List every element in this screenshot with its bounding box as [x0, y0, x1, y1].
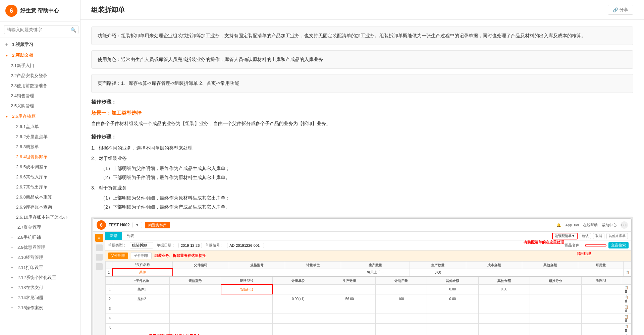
sidebar-item-install[interactable]: 2.2产品安装及登录: [0, 71, 80, 81]
expand-icon-5: +: [11, 245, 15, 250]
mock-type-input[interactable]: 组装拆卸: [130, 242, 153, 248]
mock-nav-dropdown: ▼: [132, 222, 142, 228]
mock-tab-new[interactable]: 新增: [105, 232, 122, 240]
collapse-icon: ●: [5, 53, 10, 58]
mock-form-right: 货品名称： 立案搜索: [565, 242, 629, 248]
sidebar-item-cases[interactable]: + 2.15操作案例: [0, 303, 80, 313]
expand-icon-9: +: [11, 285, 15, 290]
mock-goods-input[interactable]: [585, 244, 606, 246]
mock-date-input[interactable]: 2019-12-26: [178, 243, 202, 248]
mock-action-save[interactable]: 其他来库单: [606, 233, 628, 239]
mock-new-btn[interactable]: 闲置资料库: [145, 222, 170, 228]
fixed-list-btn[interactable]: 选装配清单▼: [552, 233, 578, 239]
logo-area: 6 好生意 帮助中心: [0, 0, 80, 22]
annotation-4-label: 无固定清单可以随意在这里录入: [149, 334, 201, 335]
expand-icon-3: +: [11, 225, 15, 230]
annotation-1-label: 有装配清单的在这里处理: [524, 240, 564, 245]
collapse-icon-2: ●: [5, 114, 10, 119]
operation-steps-heading: 操作步骤：: [91, 99, 633, 105]
mock-action-cancel[interactable]: 取消: [593, 233, 604, 239]
logo-text: 好生意 帮助中心: [20, 7, 59, 14]
sidebar-item-cost-calc[interactable]: 2.6.8商品成本重算: [0, 192, 80, 202]
nav-section: + 1.视频学习 ● 2.帮助文档 2.1新手入门 2.2产品安装及登录 2.3…: [0, 38, 80, 314]
mock-action-confirm[interactable]: 确认: [580, 233, 591, 239]
step2-sub1: （1）上部明细为父件明细，最终作为产成品生成其它入库单；: [101, 164, 633, 173]
mock-table-top: *父件名称 父件编码 规格型号 计量单位 生产数量 生产数量 成本金额 其他金额: [105, 261, 631, 277]
mock-assembly-btn[interactable]: 父件明细: [108, 253, 128, 259]
sidebar-item-stocktake[interactable]: 2.6.1盘点单: [0, 122, 80, 132]
sidebar-item-docs[interactable]: ● 2.帮助文档: [0, 50, 80, 61]
share-icon: 🔗: [613, 7, 618, 12]
main-content: 功能介绍：组装拆卸单用来处理企业组装或拆卸等加工业务，支持有固定装配清单的产品加…: [80, 20, 644, 335]
sidebar-item-inventory[interactable]: ● 2.6库存核算: [0, 111, 80, 122]
sidebar-item-sales[interactable]: 2.4销售管理: [0, 91, 80, 101]
mock-doc-no: TEST-H002: [109, 223, 130, 227]
mock-main-content: 新增 列表 选装配清单▼ 确认 取消 其他来库单: [105, 232, 631, 335]
sidebar: 6 好生意 帮助中心 🔍 + 1.视频学习 ● 2.帮助文档 2.1新手入门 2…: [0, 0, 80, 335]
scene-one-desc: 当由多个子件材料组装成一个成品的业务为【组装】业务，当由一个父件拆分成多个子产品…: [91, 119, 633, 128]
search-box[interactable]: 🔍: [0, 22, 80, 38]
sidebar-item-account-err[interactable]: 2.6.10库存账本错了怎么办: [0, 212, 80, 222]
sidebar-item-assembly[interactable]: 2.6.4组装拆卸单: [0, 152, 80, 162]
sidebar-item-other-out[interactable]: 2.6.7其他出库单: [0, 182, 80, 192]
sidebar-item-new[interactable]: 2.1新手入门: [0, 61, 80, 71]
sidebar-item-cost[interactable]: 2.6.5成本调整单: [0, 162, 80, 172]
annotation-1-container: 选装配清单▼: [552, 233, 578, 239]
sidebar-item-videos[interactable]: + 1.视频学习: [0, 39, 80, 50]
expand-icon-4: +: [11, 235, 15, 240]
sidebar-item-print[interactable]: + 2.11打印设置: [0, 263, 80, 273]
expand-icon-6: +: [11, 255, 15, 260]
search-icon[interactable]: 🔍: [70, 27, 76, 33]
expand-icon-8: +: [11, 275, 15, 280]
expand-icon: +: [5, 42, 10, 47]
role-block: 使用角色：通常由生产人员或库管人员完成拆装业务的操作，库管人员确认原材料的出库和…: [91, 50, 633, 69]
step3: 3、对于拆卸业务: [91, 183, 633, 192]
sidebar-item-other-in[interactable]: 2.6.6其他入库单: [0, 172, 80, 182]
sidebar-item-faq[interactable]: + 2.14常见问题: [0, 293, 80, 303]
sidebar-item-operation[interactable]: + 2.10经营管理: [0, 253, 80, 263]
sidebar-item-coupon[interactable]: + 2.9优惠券管理: [0, 242, 80, 253]
sidebar-item-stock-query[interactable]: 2.6.9库存账本查询: [0, 202, 80, 212]
sidebar-item-purchase[interactable]: 2.5采购管理: [0, 101, 80, 111]
sidebar-item-adjust[interactable]: 2.6.3调拨单: [0, 142, 80, 152]
mock-tab-list[interactable]: 列表: [122, 232, 139, 240]
step2: 2、对于组装业务: [91, 154, 633, 163]
sidebar-item-stocktake2[interactable]: 2.6.2分量盘点单: [0, 132, 80, 142]
mock-top-links: 🔔 AppTrial 在线帮助 帮助中心 C.C: [556, 221, 628, 229]
annotation-2-label: 组装业务、拆卸业务在这里切换: [154, 253, 206, 258]
annotation-3-label: 启用处理: [576, 251, 591, 256]
intro-block: 功能介绍：组装拆卸单用来处理企业组装或拆卸等加工业务，支持有固定装配清单的产品加…: [91, 26, 633, 45]
step3-sub2: （2）下部明细为子件明细，最终作为产成品生成其它入库单。: [101, 203, 633, 212]
sidebar-item-online-pay[interactable]: + 2.13在线支付: [0, 283, 80, 293]
scene-one-heading: 场景一：加工类型选择: [91, 110, 633, 116]
mock-bottom-table: *子件名称 规格型号 规格型号 计量单位 生产数量 计划用量 其他金额 其他金额: [105, 277, 631, 335]
logo-icon: 6: [5, 5, 17, 17]
mock-logo: 6: [97, 220, 106, 230]
step2-sub2: （2）下部明细为子件明细，最终作为原材料生成其它出库单。: [101, 173, 633, 182]
main-area: 组装拆卸单 🔗 分享 功能介绍：组装拆卸单用来处理企业组装或拆卸等加工业务，支持…: [80, 0, 644, 335]
mock-left-sidebar: ≡: [93, 232, 105, 335]
mock-confirm-btn[interactable]: 立案搜索: [608, 242, 629, 248]
share-button[interactable]: 🔗 分享: [608, 5, 633, 15]
mock-tab-actions: 选装配清单▼ 确认 取消 其他来库单: [139, 232, 631, 240]
mock-body: ≡ 新增 列表: [93, 232, 631, 335]
page-title: 组装拆卸单: [91, 5, 125, 14]
expand-icon-7: +: [11, 265, 15, 270]
step1: 1、根据不同的业务，选择不同单据的类型来处理: [91, 144, 633, 153]
step3-sub1: （1）上部明细为父件明细，最终作为原材料生成其它出库单；: [101, 193, 633, 203]
sidebar-item-finance[interactable]: + 2.7资金管理: [0, 222, 80, 232]
path-block: 页面路径：1、库存核算->库存管理->组装拆卸单 2、首页->常用功能: [91, 74, 633, 93]
sidebar-item-data[interactable]: 2.3使用前数据准备: [0, 81, 80, 91]
expand-icon-11: +: [11, 305, 15, 310]
mock-table-bottom: *子件名称 规格型号 规格型号 计量单位 生产数量 计划用量 其他金额 其他金额: [105, 277, 631, 335]
sidebar-item-mobile[interactable]: + 2.8手机旺铺: [0, 232, 80, 242]
mock-tabs: 新增 列表 选装配清单▼ 确认 取消 其他来库单: [105, 232, 631, 240]
steps-heading: 操作步骤：: [91, 134, 633, 140]
mock-disassembly-btn[interactable]: 子件明细: [131, 252, 152, 259]
sidebar-item-custom[interactable]: + 2.12系统个性化设置: [0, 273, 80, 283]
mock-order-input[interactable]: AD-20191226-001: [227, 243, 264, 248]
search-input[interactable]: [4, 25, 78, 34]
mock-app-window: 6 TEST-H002 ▼ 闲置资料库 🔔 AppTrial 在线帮助 帮助中心: [93, 218, 632, 335]
expand-icon-10: +: [11, 295, 15, 300]
mock-title-bar: 6 TEST-H002 ▼ 闲置资料库 🔔 AppTrial 在线帮助 帮助中心: [93, 219, 631, 232]
